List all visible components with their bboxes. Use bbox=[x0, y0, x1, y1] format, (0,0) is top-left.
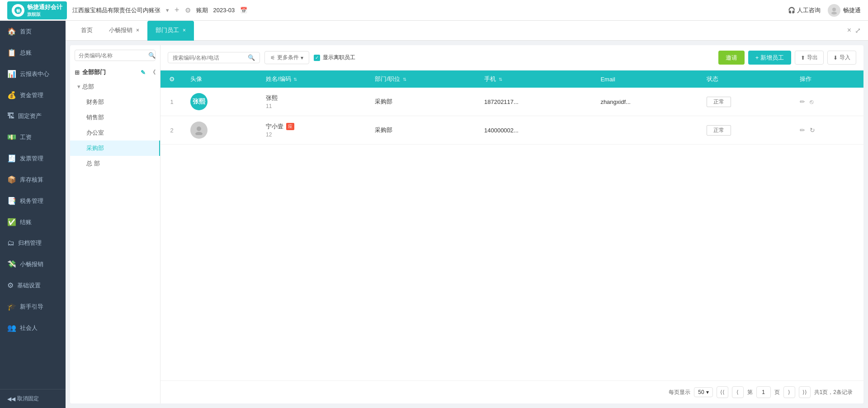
per-page-value: 50 bbox=[698, 389, 704, 395]
tab-home[interactable]: 首页 bbox=[73, 21, 101, 41]
avatar-2 bbox=[190, 122, 208, 139]
settle-icon: ✅ bbox=[7, 218, 16, 226]
sidebar-label-inventory: 库存核算 bbox=[20, 176, 43, 184]
ledger-icon: 📋 bbox=[7, 48, 16, 57]
row-num-2: 2 bbox=[160, 116, 183, 145]
sidebar-item-tax[interactable]: 📑 税务管理 bbox=[0, 190, 66, 211]
edit-icon-1[interactable]: ✏ bbox=[800, 98, 805, 105]
col-dept[interactable]: 部门/职位 ⇅ bbox=[368, 70, 477, 88]
sidebar-item-report[interactable]: 📊 云报表中心 bbox=[0, 63, 66, 84]
table-settings-col[interactable]: ⚙ bbox=[160, 70, 183, 88]
col-phone[interactable]: 手机 ⇅ bbox=[477, 70, 593, 88]
all-dept-header[interactable]: ⊞ 全部部门 ✎ 《 bbox=[70, 66, 160, 79]
assets-icon: 🏗 bbox=[7, 112, 14, 120]
service-button[interactable]: 🎧 人工咨询 bbox=[788, 6, 821, 14]
settings-icon[interactable]: ⚙ bbox=[185, 6, 191, 14]
dept-search-input[interactable] bbox=[79, 52, 146, 59]
import-button[interactable]: ⬇ 导入 bbox=[827, 51, 856, 65]
dept-item-headquarters[interactable]: ▾总部 bbox=[70, 79, 160, 94]
svg-point-4 bbox=[197, 127, 201, 131]
report-icon: 📊 bbox=[7, 70, 16, 78]
sidebar-item-archive[interactable]: 🗂 归档管理 bbox=[0, 233, 66, 253]
sidebar-item-settle[interactable]: ✅ 结账 bbox=[0, 211, 66, 233]
next-page-button[interactable]: ⟩ bbox=[783, 386, 795, 398]
sidebar-item-fund[interactable]: 💰 资金管理 bbox=[0, 84, 66, 106]
emp-code-1: 11 bbox=[266, 103, 361, 109]
dept-item-hq2[interactable]: 总 部 bbox=[70, 156, 160, 171]
tax-icon: 📑 bbox=[7, 197, 16, 205]
svg-point-2 bbox=[832, 8, 836, 11]
user-menu[interactable]: 畅捷通 bbox=[828, 4, 861, 17]
sidebar-item-social[interactable]: 👥 社会人 bbox=[0, 317, 66, 338]
dept-item-sales[interactable]: 销售部 bbox=[70, 110, 160, 125]
invoice-icon: 🧾 bbox=[7, 154, 16, 163]
add-employee-button[interactable]: + 新增员工 bbox=[748, 51, 791, 65]
logo-icon: 畅 bbox=[12, 4, 24, 17]
status-badge-2: 正常 bbox=[707, 125, 731, 136]
dept-grid-icon: ⊞ bbox=[75, 69, 80, 76]
sidebar-item-salary[interactable]: 💵 工资 bbox=[0, 127, 66, 148]
avatar-cell-2 bbox=[183, 116, 259, 145]
employee-table: ⚙ 头像 姓名/编码 ⇅ 部门/职位 ⇅ 手机 ⇅ Email 状态 操作 bbox=[160, 70, 863, 145]
calendar-icon[interactable]: 📅 bbox=[240, 7, 247, 14]
company-dropdown-icon[interactable]: ▾ bbox=[166, 7, 169, 14]
edit-icon-2[interactable]: ✏ bbox=[800, 127, 805, 134]
first-page-button[interactable]: ⟨⟨ bbox=[717, 386, 728, 398]
sidebar-label-report: 云报表中心 bbox=[20, 70, 49, 78]
topbar: 畅 畅捷通好会计 旗舰版 江西服宝精品有限责任公司内账张 ▾ + ⚙ 账期 20… bbox=[0, 0, 868, 21]
sidebar-item-expense[interactable]: 💸 小畅报销 bbox=[0, 253, 66, 275]
sidebar-item-home[interactable]: 🏠 首页 bbox=[0, 21, 66, 42]
tab-expense-close[interactable]: × bbox=[136, 27, 139, 33]
filter-icon: ⚟ bbox=[270, 55, 275, 61]
invite-button[interactable]: 邀请 bbox=[718, 51, 745, 65]
table-row: 1 张熙 张熙 11 采购部 bbox=[160, 88, 863, 116]
expand-window-icon[interactable]: ⤢ bbox=[855, 26, 861, 35]
archive-icon: 🗂 bbox=[7, 239, 14, 247]
sidebar-label-guide: 新手引导 bbox=[20, 303, 43, 311]
employee-search-input[interactable] bbox=[173, 55, 245, 61]
more-filters-button[interactable]: ⚟ 更多条件 ▾ bbox=[264, 51, 309, 64]
per-page-select[interactable]: 50 ▾ bbox=[694, 387, 712, 397]
last-page-button[interactable]: ⟩⟩ bbox=[799, 386, 811, 398]
col-avatar: 头像 bbox=[183, 70, 259, 88]
employee-search-box[interactable]: 🔍 bbox=[168, 52, 260, 63]
dept-item-office[interactable]: 办公室 bbox=[70, 125, 160, 141]
email-cell-2 bbox=[593, 116, 699, 145]
close-window-icon[interactable]: × bbox=[847, 26, 851, 35]
export-button[interactable]: ⬆ 导出 bbox=[795, 51, 824, 65]
tab-expense[interactable]: 小畅报销 × bbox=[101, 21, 147, 41]
dept-collapse-btn[interactable]: 《 bbox=[150, 69, 156, 76]
table-settings-icon[interactable]: ⚙ bbox=[169, 75, 175, 83]
page-input[interactable] bbox=[756, 386, 771, 398]
cancel-fixed-button[interactable]: ◀◀ 取消固定 bbox=[0, 389, 66, 408]
sidebar-label-salary: 工资 bbox=[20, 133, 32, 141]
prev-page-button[interactable]: ⟨ bbox=[732, 386, 744, 398]
app-subtitle: 旗舰版 bbox=[27, 11, 62, 18]
per-page-label: 每页显示 bbox=[669, 389, 690, 396]
sidebar-item-inventory[interactable]: 📦 库存核算 bbox=[0, 169, 66, 190]
status-cell-2: 正常 bbox=[699, 116, 792, 145]
dept-search-box[interactable]: 🔍 bbox=[75, 50, 156, 61]
sidebar-item-invoice[interactable]: 🧾 发票管理 bbox=[0, 148, 66, 169]
refresh-icon-2[interactable]: ↻ bbox=[810, 127, 815, 134]
pagination: 每页显示 50 ▾ ⟨⟨ ⟨ 第 页 ⟩ ⟩⟩ 共1页，2条记录 bbox=[160, 380, 863, 403]
all-dept-label: 全部部门 bbox=[82, 68, 106, 76]
social-icon: 👥 bbox=[7, 324, 16, 332]
sidebar-item-ledger[interactable]: 📋 总账 bbox=[0, 42, 66, 63]
resigned-checkbox[interactable]: ✓ bbox=[314, 55, 320, 61]
add-tab-icon[interactable]: + bbox=[175, 5, 179, 15]
col-name[interactable]: 姓名/编码 ⇅ bbox=[259, 70, 368, 88]
unpin-icon: ◀◀ bbox=[7, 396, 15, 402]
show-resigned-toggle[interactable]: ✓ 显示离职员工 bbox=[314, 54, 355, 61]
tab-employee-close[interactable]: × bbox=[183, 27, 186, 33]
dept-item-finance[interactable]: 财务部 bbox=[70, 94, 160, 110]
sidebar-item-assets[interactable]: 🏗 固定资产 bbox=[0, 106, 66, 127]
tab-employee[interactable]: 部门员工 × bbox=[147, 21, 194, 41]
total-records: 共1页，2条记录 bbox=[814, 389, 853, 396]
sidebar-item-guide[interactable]: 🎓 新手引导 bbox=[0, 296, 66, 317]
employee-panel: 🔍 ⚟ 更多条件 ▾ ✓ 显示离职员工 邀请 + 新增员工 bbox=[160, 45, 863, 403]
dept-edit-icon[interactable]: ✎ bbox=[141, 69, 146, 76]
sidebar-item-settings[interactable]: ⚙ 基础设置 bbox=[0, 275, 66, 296]
logout-icon-1[interactable]: ⎋ bbox=[810, 98, 813, 105]
dept-item-purchasing[interactable]: 采购部 bbox=[70, 141, 160, 156]
